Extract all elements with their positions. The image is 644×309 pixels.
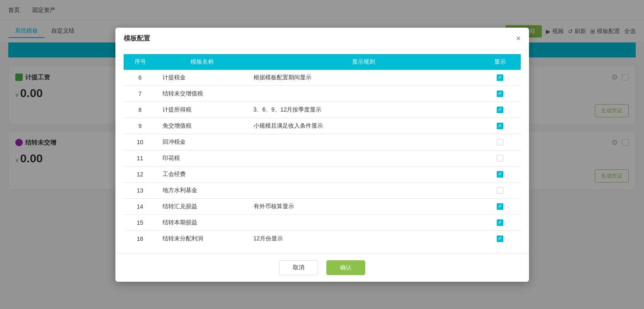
cell-name-2: 计提所得税 (157, 102, 248, 118)
config-table: 序号 模板名称 显示规则 显示 6 计提税金 根据模板配置期间显示 7 结转未交… (124, 54, 521, 247)
checkbox-1[interactable] (497, 90, 503, 97)
table-row: 7 结转未交增值税 (124, 86, 521, 102)
cell-index-2: 8 (124, 102, 157, 118)
cell-checkbox-6[interactable] (479, 166, 521, 182)
modal-title: 模板配置 (124, 34, 150, 43)
modal-header: 模板配置 × (115, 28, 529, 50)
cell-rule-0: 根据模板配置期间显示 (248, 70, 479, 86)
cell-rule-3: 小规模且满足收入条件显示 (248, 118, 479, 134)
cell-index-8: 14 (124, 198, 157, 214)
cell-name-7: 地方水利基金 (157, 182, 248, 198)
checkbox-4[interactable] (497, 139, 503, 145)
modal-footer: 取消 确认 (115, 253, 529, 282)
cell-rule-10: 12月份显示 (248, 231, 479, 247)
cell-index-1: 7 (124, 86, 157, 102)
checkbox-8[interactable] (497, 203, 503, 210)
cell-name-3: 免交增值税 (157, 118, 248, 134)
table-row: 14 结转汇兑损益 有外币核算显示 (124, 198, 521, 214)
cell-index-6: 12 (124, 166, 157, 182)
checkbox-7[interactable] (497, 187, 503, 194)
checkbox-10[interactable] (497, 235, 503, 242)
col-rule: 显示规则 (248, 54, 479, 70)
cell-index-4: 10 (124, 134, 157, 150)
cell-checkbox-2[interactable] (479, 102, 521, 118)
table-row: 8 计提所得税 3、6、9、12月按季度显示 (124, 102, 521, 118)
cell-name-5: 印花税 (157, 150, 248, 166)
cell-rule-9 (248, 214, 479, 231)
checkbox-2[interactable] (497, 107, 503, 113)
cell-checkbox-4[interactable] (479, 134, 521, 150)
table-row: 11 印花税 (124, 150, 521, 166)
col-display: 显示 (479, 54, 521, 70)
cell-index-9: 15 (124, 214, 157, 231)
checkbox-9[interactable] (497, 219, 503, 226)
cell-checkbox-1[interactable] (479, 86, 521, 102)
cell-index-10: 16 (124, 231, 157, 247)
confirm-button[interactable]: 确认 (326, 260, 365, 275)
cell-checkbox-3[interactable] (479, 118, 521, 134)
cancel-button[interactable]: 取消 (279, 260, 318, 275)
cell-checkbox-8[interactable] (479, 198, 521, 214)
col-index: 序号 (124, 54, 157, 70)
cell-index-5: 11 (124, 150, 157, 166)
modal-overlay: 模板配置 × 序号 模板名称 显示规则 显示 6 计提税金 根据模板配置期间显示 (0, 0, 644, 309)
cell-name-10: 结转未分配利润 (157, 231, 248, 247)
table-row: 16 结转未分配利润 12月份显示 (124, 231, 521, 247)
cell-index-7: 13 (124, 182, 157, 198)
checkbox-3[interactable] (497, 123, 503, 129)
cell-index-0: 6 (124, 70, 157, 86)
cell-checkbox-0[interactable] (479, 70, 521, 86)
cell-name-9: 结转本期损益 (157, 214, 248, 231)
table-header-row: 序号 模板名称 显示规则 显示 (124, 54, 521, 70)
cell-checkbox-7[interactable] (479, 182, 521, 198)
cell-name-0: 计提税金 (157, 70, 248, 86)
cell-index-3: 9 (124, 118, 157, 134)
col-name: 模板名称 (157, 54, 248, 70)
table-row: 9 免交增值税 小规模且满足收入条件显示 (124, 118, 521, 134)
table-row: 15 结转本期损益 (124, 214, 521, 231)
cell-checkbox-10[interactable] (479, 231, 521, 247)
checkbox-0[interactable] (497, 74, 503, 81)
cell-checkbox-9[interactable] (479, 214, 521, 231)
checkbox-5[interactable] (497, 155, 503, 162)
cell-rule-1 (248, 86, 479, 102)
cell-rule-4 (248, 134, 479, 150)
template-config-modal: 模板配置 × 序号 模板名称 显示规则 显示 6 计提税金 根据模板配置期间显示 (115, 28, 529, 282)
cell-rule-8: 有外币核算显示 (248, 198, 479, 214)
modal-body: 序号 模板名称 显示规则 显示 6 计提税金 根据模板配置期间显示 7 结转未交… (115, 50, 529, 253)
cell-name-4: 回冲税金 (157, 134, 248, 150)
checkbox-6[interactable] (497, 171, 503, 178)
modal-close-button[interactable]: × (516, 35, 521, 42)
cell-rule-2: 3、6、9、12月按季度显示 (248, 102, 479, 118)
cell-name-8: 结转汇兑损益 (157, 198, 248, 214)
table-row: 13 地方水利基金 (124, 182, 521, 198)
cell-rule-7 (248, 182, 479, 198)
cell-checkbox-5[interactable] (479, 150, 521, 166)
table-row: 12 工会经费 (124, 166, 521, 182)
cell-rule-5 (248, 150, 479, 166)
cell-rule-6 (248, 166, 479, 182)
cell-name-1: 结转未交增值税 (157, 86, 248, 102)
cell-name-6: 工会经费 (157, 166, 248, 182)
table-row: 6 计提税金 根据模板配置期间显示 (124, 70, 521, 86)
table-row: 10 回冲税金 (124, 134, 521, 150)
